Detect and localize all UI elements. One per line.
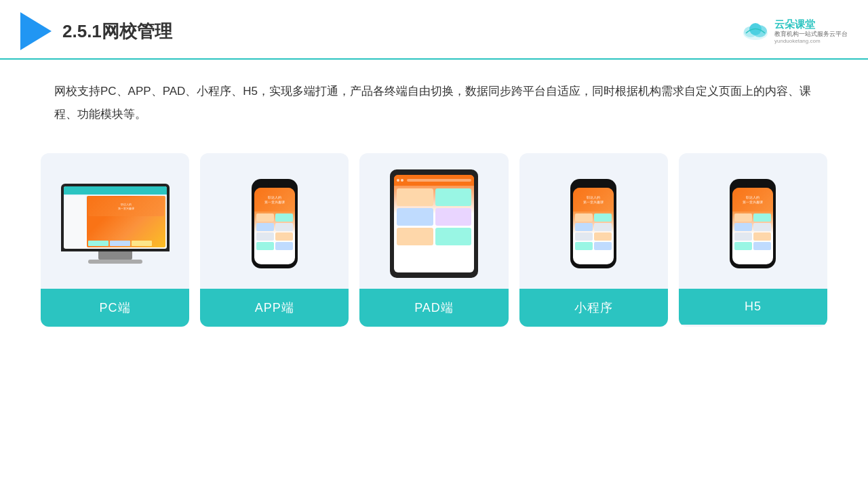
pad-tablet-outer bbox=[390, 169, 478, 278]
brand-url: yunduoketang.com bbox=[774, 38, 821, 44]
app-phone-mockup: 职达人的第一堂兴趣课 bbox=[252, 179, 298, 268]
device-card-pc: 职达人的第一堂兴趣课 bbox=[41, 153, 189, 327]
pc-image-area: 职达人的第一堂兴趣课 bbox=[41, 153, 189, 289]
miniprogram-label: 小程序 bbox=[519, 289, 668, 327]
pc-screen-outer: 职达人的第一堂兴趣课 bbox=[61, 184, 170, 251]
device-card-app: 职达人的第一堂兴趣课 bbox=[200, 153, 349, 327]
devices-section: 职达人的第一堂兴趣课 bbox=[0, 140, 868, 340]
cloud-icon bbox=[741, 21, 770, 41]
pad-image-area bbox=[359, 153, 508, 289]
h5-image-area: 职达人的第一堂兴趣课 bbox=[679, 153, 827, 289]
pad-label: PAD端 bbox=[359, 289, 508, 327]
pad-tablet-mockup bbox=[390, 169, 478, 278]
app-image-area: 职达人的第一堂兴趣课 bbox=[200, 153, 349, 289]
miniprogram-phone-outer: 职达人的第一堂兴趣课 bbox=[570, 179, 616, 268]
app-label: APP端 bbox=[200, 289, 349, 327]
h5-phone-mockup: 职达人的第一堂兴趣课 bbox=[730, 179, 776, 268]
brand-text: 云朵课堂 教育机构一站式服务云平台 yunduoketang.com bbox=[774, 18, 848, 44]
header-left: 2.5.1网校管理 bbox=[20, 12, 172, 50]
device-card-pad: PAD端 bbox=[359, 153, 508, 327]
device-card-h5: 职达人的第一堂兴趣课 bbox=[679, 153, 827, 327]
h5-label: H5 bbox=[679, 289, 827, 325]
description-text: 网校支持PC、APP、PAD、小程序、H5，实现多端打通，产品各终端自由切换，数… bbox=[0, 60, 868, 140]
header-right: 云朵课堂 教育机构一站式服务云平台 yunduoketang.com bbox=[741, 18, 848, 44]
miniprogram-phone-mockup: 职达人的第一堂兴趣课 bbox=[570, 179, 616, 268]
miniprogram-image-area: 职达人的第一堂兴趣课 bbox=[519, 153, 668, 289]
brand-name: 云朵课堂 bbox=[774, 18, 815, 30]
h5-phone-outer: 职达人的第一堂兴趣课 bbox=[730, 179, 776, 268]
pc-screen-inner: 职达人的第一堂兴趣课 bbox=[64, 186, 167, 249]
app-phone-outer: 职达人的第一堂兴趣课 bbox=[252, 179, 298, 268]
pc-label: PC端 bbox=[41, 289, 189, 327]
pc-device-mockup: 职达人的第一堂兴趣课 bbox=[61, 184, 170, 264]
logo-triangle-icon bbox=[20, 12, 52, 50]
page-title: 2.5.1网校管理 bbox=[62, 20, 172, 43]
brand-tagline: 教育机构一站式服务云平台 bbox=[774, 30, 848, 38]
device-card-miniprogram: 职达人的第一堂兴趣课 bbox=[519, 153, 668, 327]
brand-logo: 云朵课堂 教育机构一站式服务云平台 yunduoketang.com bbox=[741, 18, 848, 44]
page-header: 2.5.1网校管理 云朵课堂 教育机构一站式服务云平台 yunduoketang… bbox=[0, 0, 868, 60]
